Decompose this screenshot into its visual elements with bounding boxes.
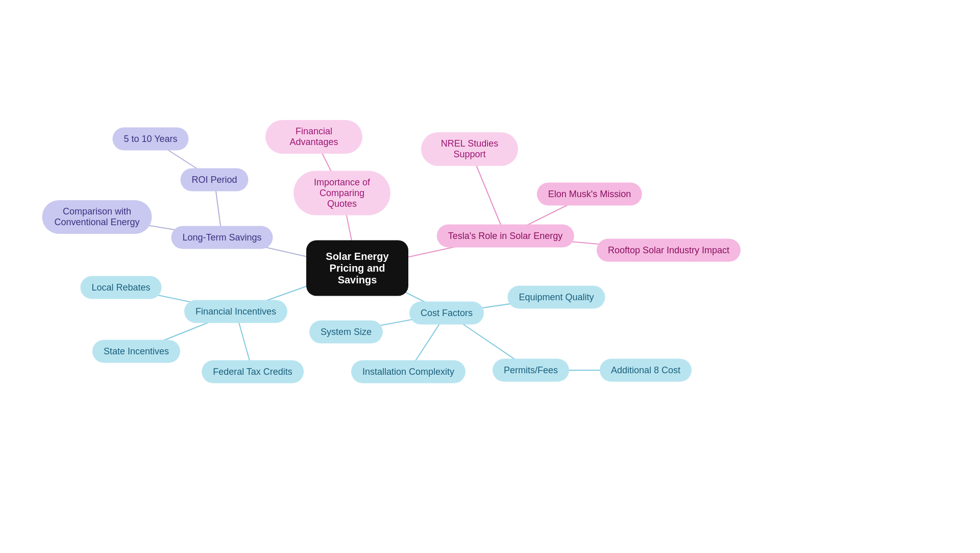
node-installation_complexity[interactable]: Installation Complexity bbox=[351, 360, 465, 383]
node-comparison[interactable]: Comparison with Conventional Energy bbox=[42, 200, 152, 234]
node-federal_tax_credits[interactable]: Federal Tax Credits bbox=[202, 360, 304, 383]
node-five_to_ten[interactable]: 5 to 10 Years bbox=[112, 128, 188, 151]
node-cost_factors[interactable]: Cost Factors bbox=[409, 302, 484, 325]
mindmap-container: Solar Energy Pricing and SavingsLong-Ter… bbox=[0, 0, 980, 553]
node-rooftop_solar[interactable]: Rooftop Solar Industry Impact bbox=[597, 239, 741, 262]
node-teslas_role[interactable]: Tesla's Role in Solar Energy bbox=[437, 225, 574, 248]
node-roi_period[interactable]: ROI Period bbox=[180, 169, 248, 191]
node-long_term_savings[interactable]: Long-Term Savings bbox=[171, 226, 273, 249]
node-state_incentives[interactable]: State Incentives bbox=[92, 340, 180, 363]
node-additional_cost[interactable]: Additional 8 Cost bbox=[600, 359, 692, 382]
node-local_rebates[interactable]: Local Rebates bbox=[80, 276, 161, 299]
node-system_size[interactable]: System Size bbox=[309, 321, 383, 344]
node-financial_incentives[interactable]: Financial Incentives bbox=[184, 300, 287, 323]
node-elon_musk[interactable]: Elon Musk's Mission bbox=[537, 183, 642, 206]
node-importance_comparing[interactable]: Importance of Comparing Quotes bbox=[293, 171, 390, 215]
node-permits_fees[interactable]: Permits/Fees bbox=[493, 359, 569, 382]
node-financial_advantages[interactable]: Financial Advantages bbox=[265, 120, 362, 154]
node-center[interactable]: Solar Energy Pricing and Savings bbox=[306, 241, 408, 296]
node-equipment_quality[interactable]: Equipment Quality bbox=[507, 286, 605, 309]
node-nrel_studies[interactable]: NREL Studies Support bbox=[421, 132, 518, 166]
